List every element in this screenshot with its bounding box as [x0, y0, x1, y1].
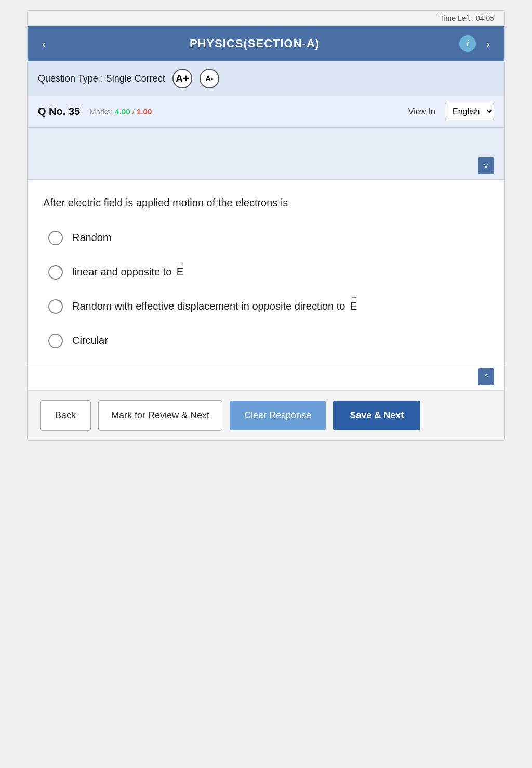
option-item-3[interactable]: Random with effective displacement in op…: [48, 298, 484, 314]
option-label-1: Random: [72, 230, 112, 245]
info-icon-button[interactable]: i: [459, 35, 476, 52]
option-radio-1[interactable]: [48, 231, 63, 245]
options-list: Random linear and opposite to →E Random …: [43, 230, 489, 348]
section-title: PHYSICS(SECTION-A): [50, 37, 460, 50]
option-label-4: Circular: [72, 333, 108, 348]
marks-label: Marks: 4.00 / 1.00: [89, 107, 152, 116]
vector-e-2: →E: [177, 264, 183, 280]
question-type-label: Question Type : Single Correct: [38, 73, 165, 84]
time-left-label: Time Left : 04:05: [440, 14, 494, 22]
section-header: ‹ PHYSICS(SECTION-A) i ›: [28, 26, 504, 61]
negative-marks: 1.00: [137, 107, 152, 116]
option-radio-2[interactable]: [48, 265, 63, 280]
question-type-bar: Question Type : Single Correct A+ A-: [28, 61, 504, 96]
save-next-button[interactable]: Save & Next: [333, 401, 420, 430]
positive-marks: 4.00: [115, 107, 130, 116]
clear-response-button[interactable]: Clear Response: [230, 401, 326, 430]
scroll-up-area: ^: [28, 363, 504, 390]
view-in-label: View In: [408, 107, 435, 116]
option-radio-4[interactable]: [48, 334, 63, 348]
question-content: After electric field is applied motion o…: [28, 180, 504, 363]
option-label-2: linear and opposite to →E: [72, 264, 187, 280]
scroll-up-button[interactable]: ^: [478, 368, 494, 385]
font-decrease-button[interactable]: A-: [200, 69, 219, 88]
prev-section-button[interactable]: ‹: [38, 36, 50, 52]
time-bar: Time Left : 04:05: [28, 11, 504, 26]
question-number: Q No. 35: [38, 105, 80, 117]
mark-review-button[interactable]: Mark for Review & Next: [98, 400, 222, 431]
option-label-3: Random with effective displacement in op…: [72, 298, 360, 314]
next-section-button[interactable]: ›: [482, 36, 494, 52]
option-item-1[interactable]: Random: [48, 230, 484, 245]
back-button[interactable]: Back: [40, 400, 91, 431]
font-increase-button[interactable]: A+: [172, 69, 192, 88]
footer-bar: Back Mark for Review & Next Clear Respon…: [28, 390, 504, 440]
image-area: v: [28, 128, 504, 180]
main-container: Time Left : 04:05 ‹ PHYSICS(SECTION-A) i…: [27, 10, 505, 441]
language-select[interactable]: English Hindi: [445, 103, 494, 120]
question-text: After electric field is applied motion o…: [43, 194, 489, 211]
option-radio-3[interactable]: [48, 299, 63, 314]
vector-e-3: →E: [350, 298, 357, 314]
question-number-bar: Q No. 35 Marks: 4.00 / 1.00 View In Engl…: [28, 96, 504, 128]
option-item-2[interactable]: linear and opposite to →E: [48, 264, 484, 280]
option-item-4[interactable]: Circular: [48, 333, 484, 348]
scroll-down-button[interactable]: v: [478, 157, 494, 174]
